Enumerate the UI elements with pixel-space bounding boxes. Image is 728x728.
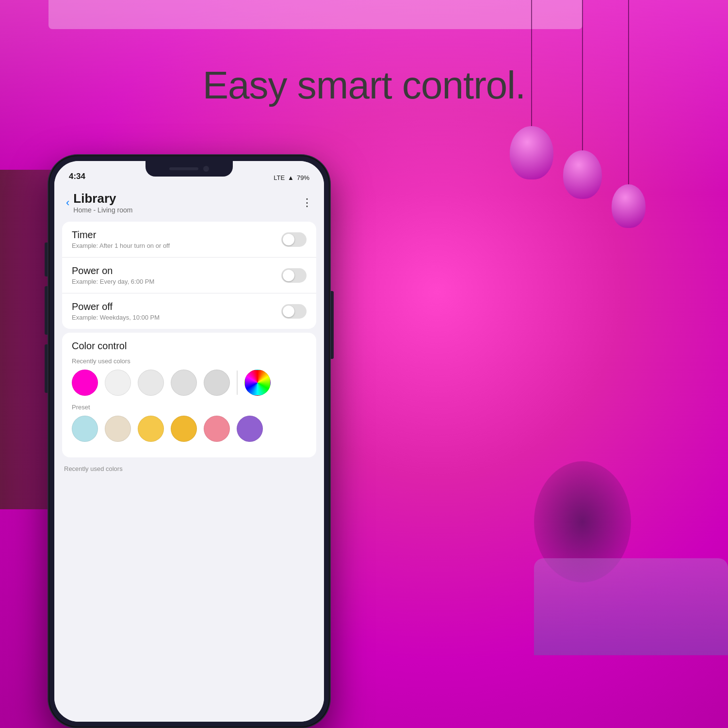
power-on-row: Power on Example: Every day, 6:00 PM: [62, 257, 316, 293]
color-control-title: Color control: [72, 340, 307, 352]
power-off-title: Power off: [72, 301, 160, 312]
header-title-block: Library Home - Living room: [73, 191, 132, 214]
color-control-card: Color control Recently used colors Prese…: [62, 333, 316, 457]
page-headline: Easy smart control.: [0, 63, 728, 108]
preset-purple[interactable]: [237, 416, 263, 442]
power-off-info: Power off Example: Weekdays, 10:00 PM: [72, 301, 160, 321]
lamp-2: [563, 150, 602, 199]
preset-label: Preset: [72, 404, 307, 411]
notch-speaker: [169, 167, 198, 170]
power-off-row: Power off Example: Weekdays, 10:00 PM: [62, 293, 316, 329]
color-white4[interactable]: [204, 370, 230, 396]
power-on-info: Power on Example: Every day, 6:00 PM: [72, 265, 154, 285]
power-off-toggle[interactable]: [281, 304, 307, 319]
timer-info: Timer Example: After 1 hour turn on or o…: [72, 229, 170, 249]
power-on-toggle[interactable]: [281, 268, 307, 283]
side-button-vol-down[interactable]: [45, 344, 48, 393]
phone-screen: 4:34 LTE ▲ 79% ‹ Library Home - Living r…: [54, 161, 324, 722]
timer-title: Timer: [72, 229, 170, 241]
header-title: Library: [73, 191, 132, 206]
notch-camera: [203, 166, 209, 172]
color-divider: [237, 371, 238, 395]
power-on-title: Power on: [72, 265, 154, 276]
color-white2[interactable]: [138, 370, 164, 396]
header-subtitle: Home - Living room: [73, 206, 132, 214]
lamp-3: [612, 184, 646, 228]
color-white1[interactable]: [105, 370, 131, 396]
color-wheel[interactable]: [244, 370, 271, 396]
app-header: ‹ Library Home - Living room ⋮: [54, 185, 324, 218]
color-white3[interactable]: [171, 370, 197, 396]
header-left: ‹ Library Home - Living room: [66, 191, 132, 214]
power-on-subtitle: Example: Every day, 6:00 PM: [72, 278, 154, 285]
status-time: 4:34: [69, 172, 85, 181]
power-on-toggle-knob: [283, 270, 294, 281]
lte-icon: LTE: [274, 174, 285, 181]
preset-warm-yellow[interactable]: [138, 416, 164, 442]
preset-light-blue[interactable]: [72, 416, 98, 442]
preset-colors-row: [72, 416, 307, 442]
timer-subtitle: Example: After 1 hour turn on or off: [72, 242, 170, 249]
side-button-vol-up[interactable]: [45, 286, 48, 335]
recently-used-label: Recently used colors: [72, 357, 307, 365]
bg-lamps: [485, 0, 655, 315]
lamp-1: [510, 126, 553, 179]
timer-toggle-knob: [283, 234, 294, 245]
recently-used-colors-row: [72, 370, 307, 396]
status-icons: LTE ▲ 79%: [274, 174, 309, 181]
back-button[interactable]: ‹: [66, 196, 69, 209]
timer-toggle[interactable]: [281, 232, 307, 247]
preset-warm-white[interactable]: [105, 416, 131, 442]
battery-icon: 79%: [297, 174, 309, 181]
power-off-subtitle: Example: Weekdays, 10:00 PM: [72, 314, 160, 321]
preset-pink[interactable]: [204, 416, 230, 442]
more-button[interactable]: ⋮: [302, 196, 312, 209]
schedule-card: Timer Example: After 1 hour turn on or o…: [62, 222, 316, 329]
phone-container: 4:34 LTE ▲ 79% ‹ Library Home - Living r…: [49, 155, 330, 728]
phone-frame: 4:34 LTE ▲ 79% ‹ Library Home - Living r…: [49, 155, 330, 728]
timer-row: Timer Example: After 1 hour turn on or o…: [62, 222, 316, 257]
signal-icon: ▲: [288, 174, 294, 181]
color-magenta[interactable]: [72, 370, 98, 396]
bg-couch: [534, 558, 728, 655]
side-button-power[interactable]: [331, 291, 334, 359]
phone-notch: [146, 161, 233, 177]
power-off-toggle-knob: [283, 306, 294, 317]
recently-used-bottom-label: Recently used colors: [54, 461, 324, 474]
preset-golden[interactable]: [171, 416, 197, 442]
side-button-mute[interactable]: [45, 243, 48, 276]
app-content: ‹ Library Home - Living room ⋮ Timer Exa…: [54, 185, 324, 722]
